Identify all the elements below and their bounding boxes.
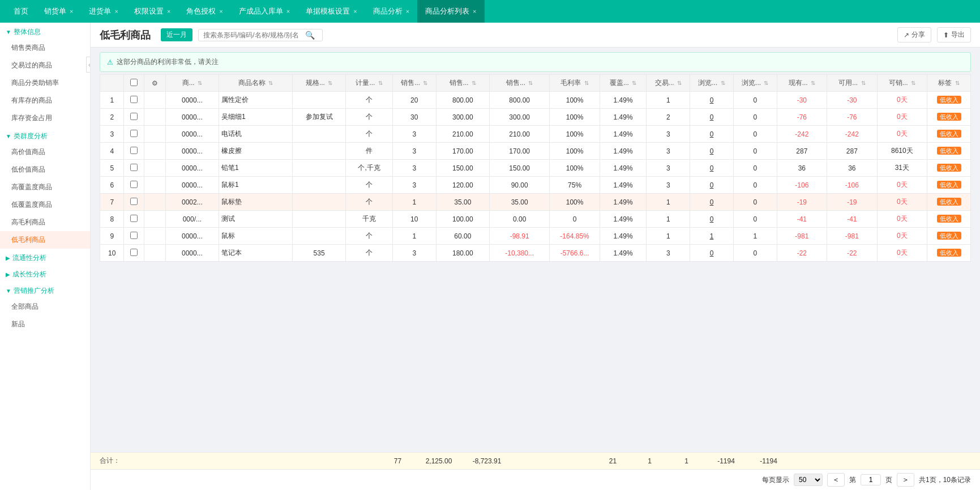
per-page-select[interactable]: 50 100 200 <box>794 474 823 486</box>
cell-sales-profit: 170.00 <box>490 143 550 160</box>
cell-tag: 低收入 <box>927 211 971 228</box>
sidebar-item-stock-goods[interactable]: 有库存的商品 <box>0 92 90 109</box>
sidebar-item-high-coverage[interactable]: 高覆盖度商品 <box>0 178 90 196</box>
row-checkbox[interactable] <box>130 215 138 222</box>
nav-finished-goods[interactable]: 产成品入库单 × <box>231 0 298 23</box>
cell-gross-rate: 0 <box>550 211 600 228</box>
sidebar-item-new-goods[interactable]: 新品 <box>0 316 90 333</box>
page-title: 低毛利商品 <box>100 28 151 42</box>
search-icon[interactable]: 🔍 <box>305 31 315 40</box>
sidebar-group-title-liquidity[interactable]: ▶ 流通性分析 <box>0 249 90 265</box>
close-icon[interactable]: × <box>114 8 118 15</box>
cell-tag: 低收入 <box>927 177 971 194</box>
sidebar-group-title-growth[interactable]: ▶ 成长性分析 <box>0 265 90 282</box>
cell-stock-sale: 8610天 <box>877 143 927 160</box>
sidebar-item-all-goods[interactable]: 全部商品 <box>0 298 90 316</box>
cell-sales-qty: 1 <box>392 194 436 211</box>
sidebar-item-high-margin[interactable]: 高毛利商品 <box>0 214 90 231</box>
cell-check <box>124 245 144 262</box>
cell-view2: 0 <box>733 177 777 194</box>
cell-view1: 0 <box>690 245 734 262</box>
nav-product-analysis[interactable]: 商品分析 × <box>365 0 417 23</box>
page-label: 第 <box>849 475 856 485</box>
close-icon[interactable]: × <box>167 8 170 15</box>
nav-role[interactable]: 角色授权 × <box>178 0 230 23</box>
th-stock-now: 现有... ⇅ <box>777 75 827 92</box>
expand-icon: ▼ <box>6 29 11 35</box>
cell-code: 0000... <box>165 177 219 194</box>
nav-permissions[interactable]: 权限设置 × <box>126 0 178 23</box>
sidebar-item-low-margin[interactable]: 低毛利商品 <box>0 231 90 249</box>
cell-actions <box>144 109 165 126</box>
cell-sales-profit: 0.00 <box>490 211 550 228</box>
time-filter-button[interactable]: 近一月 <box>161 28 192 41</box>
table-wrapper: ⚙ 商... ⇅ 商品名称 ⇅ 规格... ⇅ 计量... ⇅ 销售... ⇅ … <box>100 74 971 452</box>
sidebar-group-title-overview[interactable]: ▼ 整体信息 <box>0 23 90 39</box>
row-checkbox[interactable] <box>130 232 138 239</box>
cell-stock-avail: -19 <box>827 194 878 211</box>
nav-sales[interactable]: 销货单 × <box>36 0 81 23</box>
cell-check <box>124 143 144 160</box>
table-row: 5 0000... 铅笔1 个,千克 3 150.00 150.00 100% … <box>100 160 971 177</box>
main-content: 低毛利商品 近一月 🔍 ↗ 分享 ⬆ 导出 ⚠ 这部分商品的利润非常低，请关注 <box>91 23 980 490</box>
cell-view1: 0 <box>690 92 734 109</box>
sidebar-item-category-rate[interactable]: 商品分类助销率 <box>0 74 90 92</box>
nav-home[interactable]: 首页 <box>6 0 36 23</box>
row-checkbox[interactable] <box>130 147 138 154</box>
nav-purchase[interactable]: 进货单 × <box>81 0 126 23</box>
tag-badge: 低收入 <box>937 147 961 155</box>
tag-badge: 低收入 <box>937 181 961 189</box>
row-checkbox[interactable] <box>130 164 138 171</box>
sidebar-item-high-value[interactable]: 高价值商品 <box>0 143 90 161</box>
nav-template[interactable]: 单据模板设置 × <box>298 0 365 23</box>
share-button[interactable]: ↗ 分享 <box>897 27 931 42</box>
close-icon[interactable]: × <box>286 8 290 15</box>
sidebar-item-low-value[interactable]: 低价值商品 <box>0 161 90 178</box>
sidebar-item-sales-goods[interactable]: 销售类商品 <box>0 39 90 57</box>
expand-icon: ▶ <box>6 271 10 278</box>
cell-actions <box>144 92 165 109</box>
close-icon[interactable]: × <box>353 8 357 15</box>
cell-seq: 6 <box>100 177 124 194</box>
sidebar-group-title-marketing[interactable]: ▼ 营销推广分析 <box>0 282 90 298</box>
cell-tag: 低收入 <box>927 126 971 143</box>
cell-view2: 0 <box>733 143 777 160</box>
sidebar-item-low-coverage[interactable]: 低覆盖度商品 <box>0 196 90 214</box>
search-input[interactable] <box>203 31 305 39</box>
th-view1: 浏览... ⇅ <box>690 75 734 92</box>
cell-stock-sale: 0天 <box>877 194 927 211</box>
cell-actions <box>144 194 165 211</box>
page-input[interactable] <box>861 474 881 485</box>
sidebar-item-traded-goods[interactable]: 交易过的商品 <box>0 57 90 74</box>
select-all-checkbox[interactable] <box>130 79 138 86</box>
export-button[interactable]: ⬆ 导出 <box>937 27 971 42</box>
close-icon[interactable]: × <box>473 8 476 15</box>
sidebar-group-title-cluster[interactable]: ▼ 类群度分析 <box>0 127 90 143</box>
row-checkbox[interactable] <box>130 198 138 205</box>
cell-cover-rate: 1.49% <box>600 126 647 143</box>
cell-unit: 千克 <box>346 211 393 228</box>
cell-view2: 1 <box>733 228 777 245</box>
row-checkbox[interactable] <box>130 113 138 120</box>
sidebar-item-stock-funds[interactable]: 库存资金占用 <box>0 109 90 127</box>
row-checkbox[interactable] <box>130 249 138 256</box>
cell-view1: 0 <box>690 177 734 194</box>
th-name: 商品名称 ⇅ <box>219 75 293 92</box>
row-checkbox[interactable] <box>130 181 138 188</box>
row-checkbox[interactable] <box>130 96 138 103</box>
prev-page-button[interactable]: ＜ <box>827 473 845 487</box>
cell-code: 000/... <box>165 211 219 228</box>
close-icon[interactable]: × <box>70 8 73 15</box>
next-page-button[interactable]: ＞ <box>897 473 914 487</box>
cell-spec <box>292 194 345 211</box>
gear-icon[interactable]: ⚙ <box>152 79 158 87</box>
cell-name: 笔记本 <box>219 245 293 262</box>
close-icon[interactable]: × <box>219 8 222 15</box>
close-icon[interactable]: × <box>406 8 409 15</box>
row-checkbox[interactable] <box>130 130 138 137</box>
notice-bar: ⚠ 这部分商品的利润非常低，请关注 <box>100 52 971 72</box>
sidebar-collapse-btn[interactable]: « <box>86 57 91 73</box>
nav-product-analysis-list[interactable]: 商品分析列表 × <box>417 0 484 23</box>
cell-check <box>124 126 144 143</box>
cell-check <box>124 211 144 228</box>
